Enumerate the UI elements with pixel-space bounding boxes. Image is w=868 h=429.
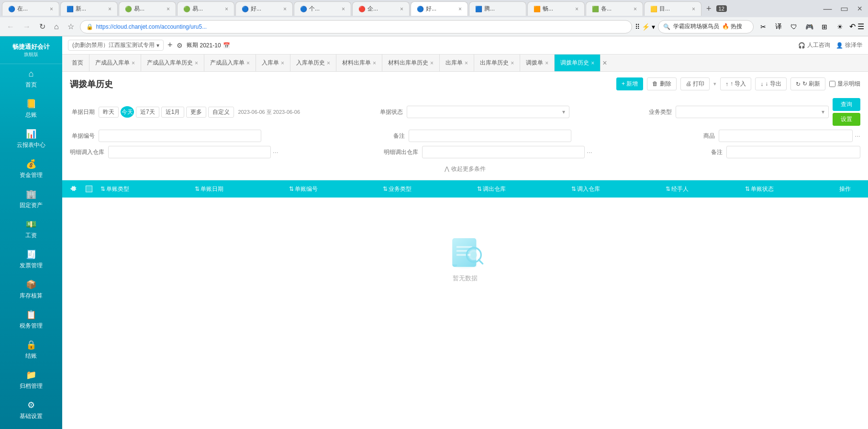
browser-tab-4[interactable]: 🟢 易... × (177, 1, 234, 16)
tab-product-in2-close[interactable]: × (246, 60, 250, 66)
tab-in-hist-close[interactable]: × (327, 60, 330, 66)
tab-out-close[interactable]: × (465, 60, 468, 66)
tab-transfer-hist[interactable]: 调拨单历史 × (555, 55, 601, 72)
menu-icon[interactable]: ☰ (857, 22, 864, 31)
tab-close-10[interactable]: × (634, 6, 637, 12)
remark-input[interactable] (409, 130, 571, 142)
th-date[interactable]: ⇅ 单账日期 (191, 185, 285, 193)
sidebar-item-report[interactable]: 📊 云报表中心 (0, 124, 62, 154)
extension-lightning-icon[interactable]: ⚡ (642, 23, 650, 31)
new-button[interactable]: + 新增 (616, 77, 643, 90)
bookmark-button[interactable]: ☆ (65, 20, 77, 33)
docno-input[interactable] (99, 130, 261, 142)
import-button[interactable]: ↑ ↑ 导入 (720, 77, 751, 90)
th-select-all[interactable] (81, 186, 97, 192)
detail-out-more-icon[interactable]: ··· (587, 148, 592, 156)
user-profile-button[interactable]: 👤 徐泽华 (836, 41, 862, 49)
ext-theme-icon[interactable]: ☀ (833, 20, 846, 33)
today-btn[interactable]: 今天 (121, 106, 134, 118)
detail-remark-input[interactable] (726, 146, 860, 158)
delete-button[interactable]: 🗑 删除 (647, 77, 676, 90)
tab-mat-out[interactable]: 材料出库单 × (336, 55, 382, 72)
sidebar-item-archive[interactable]: 📁 归档管理 (0, 365, 62, 395)
status-select[interactable]: ▾ (407, 106, 569, 118)
tab-mat-out-hist-close[interactable]: × (430, 60, 434, 66)
tab-close-current[interactable]: × (458, 6, 462, 12)
yesterday-btn[interactable]: 昨天 (99, 107, 119, 118)
browser-tab-current[interactable]: 🔵 好... × (411, 1, 468, 16)
tab-close-9[interactable]: × (575, 6, 579, 12)
browser-tab-1[interactable]: 🔵 在... × (2, 1, 59, 16)
tab-mat-out-hist[interactable]: 材料出库单历史 × (382, 55, 440, 72)
sidebar-item-asset[interactable]: 🏢 固定资产 (0, 184, 62, 214)
tab-product-in[interactable]: 产成品入库单 × (89, 55, 141, 72)
window-close-button[interactable]: × (853, 4, 866, 14)
print-arrow[interactable]: ▾ (713, 81, 716, 87)
biztype-select[interactable]: ▾ (676, 106, 829, 118)
forward-button[interactable]: → (20, 21, 33, 33)
ext-shield-icon[interactable]: 🛡 (787, 20, 801, 33)
browser-tab-6[interactable]: 🔵 个... × (294, 1, 351, 16)
tab-mat-out-close[interactable]: × (373, 60, 376, 66)
tab-home[interactable]: 首页 (66, 55, 89, 72)
ext-grid-icon[interactable]: ⊞ (818, 20, 831, 33)
tab-close-6[interactable]: × (342, 6, 345, 12)
tab-in[interactable]: 入库单 × (256, 55, 290, 72)
custom-date-btn[interactable]: 自定义 (208, 107, 234, 118)
service-button[interactable]: 🎧 人工咨询 (798, 41, 830, 49)
select-all-checkbox[interactable] (86, 186, 92, 192)
tab-product-in-hist[interactable]: 产成品入库单历史 × (141, 55, 204, 72)
settings-gear-button[interactable]: ⚙ (177, 42, 183, 49)
sidebar-item-closing[interactable]: 🔒 结账 (0, 335, 62, 365)
tab-close-5[interactable]: × (283, 6, 287, 12)
tab-product-in2[interactable]: 产成品入库单 × (204, 55, 256, 72)
sidebar-item-invoice[interactable]: 🧾 发票管理 (0, 244, 62, 275)
tab-transfer[interactable]: 调拨单 × (520, 55, 555, 72)
tab-in-hist[interactable]: 入库单历史 × (290, 55, 336, 72)
new-tab-button[interactable]: + (702, 4, 715, 14)
tab-out-hist[interactable]: 出库单历史 × (474, 55, 520, 72)
month-btn[interactable]: 近1月 (161, 107, 185, 118)
company-selector[interactable]: (勿删勿禁用）江西服宝测试专用 ▾ (68, 40, 164, 51)
tab-out-hist-close[interactable]: × (511, 60, 514, 66)
query-button[interactable]: 查询 (833, 98, 860, 111)
detail-in-input[interactable] (108, 146, 271, 158)
browser-tab-10[interactable]: 🟩 各... × (586, 1, 643, 16)
th-biztype[interactable]: ⇅ 业务类型 (379, 185, 473, 193)
window-minimize-button[interactable]: — (819, 4, 835, 14)
setting-button[interactable]: 设置 (833, 113, 860, 126)
th-handler[interactable]: ⇅ 经手人 (662, 185, 742, 193)
more-date-btn[interactable]: 更多 (186, 107, 206, 118)
week-btn[interactable]: 近7天 (136, 107, 159, 118)
extension-grid-icon[interactable]: ⠿ (635, 23, 640, 31)
tab-transfer-hist-close[interactable]: × (591, 60, 594, 66)
home-button[interactable]: ⌂ (51, 21, 62, 33)
sidebar-item-guide[interactable]: 📖 新手引导 (0, 425, 62, 429)
tab-out[interactable]: 出库单 × (440, 55, 474, 72)
print-button[interactable]: 🖨 打印 (680, 77, 710, 90)
tab-close-1[interactable]: × (50, 6, 53, 12)
sidebar-item-tax[interactable]: 📋 税务管理 (0, 305, 62, 335)
sidebar-item-ledger[interactable]: 📒 总账 (0, 94, 62, 124)
refresh-button[interactable]: ↻ ↻ 刷新 (790, 77, 825, 90)
sidebar-item-settings[interactable]: ⚙ 基础设置 (0, 395, 62, 425)
browser-search-bar[interactable]: 🔍 学霸应聘场驱鸟员 🔥 热搜 (658, 20, 754, 33)
add-company-button[interactable]: + (167, 40, 173, 50)
detail-in-more-icon[interactable]: ··· (273, 148, 278, 156)
sidebar-item-home[interactable]: ⌂ 首页 (0, 64, 62, 94)
browser-tab-5[interactable]: 🔵 好... × (235, 1, 293, 16)
reload-button[interactable]: ↻ (36, 20, 48, 33)
calendar-icon[interactable]: 📅 (223, 42, 230, 49)
ext-translate-icon[interactable]: 译 (772, 20, 785, 33)
browser-tab-11[interactable]: 🟨 目... × (644, 1, 701, 16)
tab-transfer-close[interactable]: × (545, 60, 548, 66)
extension-dropdown-icon[interactable]: ▾ (652, 23, 655, 31)
tab-close-3[interactable]: × (167, 6, 170, 12)
th-instore[interactable]: ⇅ 调入仓库 (568, 185, 662, 193)
ext-game-icon[interactable]: 🎮 (802, 20, 816, 33)
display-checkbox[interactable] (829, 81, 835, 87)
th-type[interactable]: ⇅ 单账类型 (97, 185, 191, 193)
sidebar-item-inventory[interactable]: 📦 库存核算 (0, 275, 62, 305)
th-status[interactable]: ⇅ 单账状态 (741, 185, 835, 193)
th-gear-icon[interactable] (66, 185, 81, 193)
